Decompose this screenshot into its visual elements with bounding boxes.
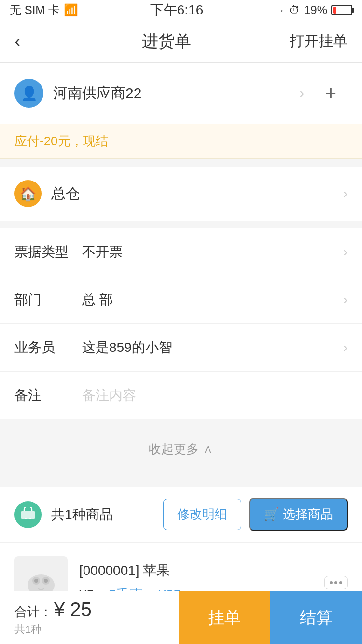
location-icon: → <box>275 5 285 16</box>
products-header: 共1种商品 修改明细 🛒 选择商品 <box>0 479 362 542</box>
total-count: 共1种 <box>14 622 164 637</box>
carrier-label: 无 SIM 卡 <box>10 2 60 18</box>
status-left: 无 SIM 卡 📶 <box>10 2 78 18</box>
svg-point-6 <box>34 579 38 583</box>
supplier-name: 河南供应商22 <box>53 84 295 103</box>
total-label: 合计： <box>14 603 52 620</box>
dot2 <box>334 581 337 584</box>
cart-icon <box>20 507 36 522</box>
checkout-button[interactable]: 结算 <box>270 591 362 644</box>
salesperson-chevron-icon: › <box>343 340 348 355</box>
remark-label: 备注 <box>14 386 82 405</box>
department-label: 部门 <box>14 291 82 309</box>
alarm-icon: ⏱ <box>289 3 300 17</box>
chevron-right-icon: › <box>300 85 304 101</box>
dot3 <box>339 581 342 584</box>
form-section: 票据类型 不开票 › 部门 总 部 › 业务员 这是859的小智 › 备注 备注… <box>0 228 362 419</box>
battery-fill <box>333 7 336 14</box>
open-pending-button[interactable]: 打开挂单 <box>290 31 348 51</box>
hang-button[interactable]: 挂单 <box>179 591 270 644</box>
select-label: 选择商品 <box>283 506 333 523</box>
battery-label: 19% <box>304 3 327 17</box>
products-count: 共1种商品 <box>51 505 163 524</box>
salesperson-value: 这是859的小智 <box>82 338 338 357</box>
svg-point-1 <box>25 518 27 519</box>
warehouse-icon: 🏠 <box>14 180 42 207</box>
bottom-bar: 合计： ¥ 25 共1种 挂单 结算 <box>0 591 362 644</box>
salesperson-row[interactable]: 业务员 这是859的小智 › <box>0 323 362 371</box>
select-product-button[interactable]: 🛒 选择商品 <box>249 498 348 531</box>
svg-point-7 <box>44 579 48 583</box>
supplier-avatar: 👤 <box>14 79 43 108</box>
warehouse-row[interactable]: 🏠 总仓 › <box>0 167 362 221</box>
department-chevron-icon: › <box>343 292 348 308</box>
select-icon: 🛒 <box>264 507 279 522</box>
warehouse-name: 总仓 <box>51 184 338 204</box>
warehouse-symbol: 🏠 <box>20 186 37 202</box>
notice-banner: 应付-20元，现结 <box>0 124 362 159</box>
warehouse-section: 🏠 总仓 › <box>0 167 362 221</box>
add-supplier-button[interactable]: + <box>314 76 348 110</box>
supplier-row[interactable]: 👤 河南供应商22 › + <box>0 63 362 124</box>
invoice-type-chevron-icon: › <box>343 244 348 260</box>
svg-rect-0 <box>21 511 35 519</box>
remark-row[interactable]: 备注 备注内容 <box>0 371 362 419</box>
status-bar: 无 SIM 卡 📶 下午6:16 → ⏱ 19% <box>0 0 362 20</box>
total-amount: ¥ 25 <box>54 599 92 620</box>
product-title: 苹果 <box>143 563 170 578</box>
products-icon <box>14 501 42 528</box>
status-right: → ⏱ 19% <box>275 3 352 17</box>
avatar-icon: 👤 <box>21 85 38 101</box>
remark-input[interactable]: 备注内容 <box>82 386 348 405</box>
department-row[interactable]: 部门 总 部 › <box>0 276 362 323</box>
product-code: [0000001] <box>79 563 139 578</box>
page-title: 进货单 <box>142 30 191 53</box>
wifi-icon: 📶 <box>64 3 78 17</box>
dot1 <box>330 581 333 584</box>
nav-bar: ‹ 进货单 打开挂单 <box>0 20 362 63</box>
invoice-type-row[interactable]: 票据类型 不开票 › <box>0 228 362 276</box>
total-section: 合计： ¥ 25 共1种 <box>0 591 179 644</box>
product-name: [0000001] 苹果 <box>79 561 324 580</box>
salesperson-label: 业务员 <box>14 338 82 357</box>
invoice-type-label: 票据类型 <box>14 243 82 261</box>
warehouse-chevron-icon: › <box>343 186 348 201</box>
product-more-button[interactable] <box>324 576 348 589</box>
battery-icon <box>331 5 352 15</box>
modify-detail-button[interactable]: 修改明细 <box>163 499 241 530</box>
supplier-section: 👤 河南供应商22 › + 应付-20元，现结 <box>0 63 362 159</box>
collapse-toggle[interactable]: 收起更多 ∧ <box>0 427 362 471</box>
back-button[interactable]: ‹ <box>14 31 43 52</box>
invoice-type-value: 不开票 <box>82 243 338 261</box>
status-time: 下午6:16 <box>150 1 204 19</box>
department-value: 总 部 <box>82 291 338 309</box>
svg-point-2 <box>29 518 31 519</box>
